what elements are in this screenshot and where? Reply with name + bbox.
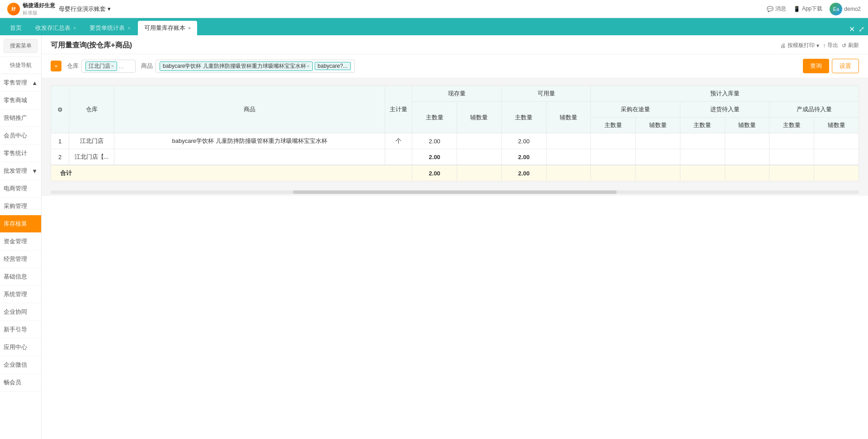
tab-available-stock-close[interactable]: × xyxy=(188,25,191,31)
sidebar-item-retail-mgmt[interactable]: 零售管理 ▲ xyxy=(0,74,41,92)
sidebar: 搜索菜单 快捷导航 零售管理 ▲ 零售商城 营销推广 会员中心 零售统计 批发管… xyxy=(0,35,42,439)
user-area[interactable]: Ea demo2 xyxy=(830,3,861,15)
search-menu-btn[interactable]: 搜索菜单 xyxy=(4,39,38,53)
sidebar-item-operations[interactable]: 经营管理 xyxy=(0,250,41,268)
logo-text-block: 畅捷通好生意 标准版 xyxy=(23,2,55,16)
product-filter: 商品 babycare学饮杯 儿童防摔防撞吸管杯重力球吸嘴杯宝宝水杯 × bab… xyxy=(141,60,355,73)
footer-avail-main: 2.00 xyxy=(501,165,546,181)
sidebar-item-enterprise[interactable]: 企业协同 xyxy=(0,303,41,321)
sidebar-item-wechat[interactable]: 企业微信 xyxy=(0,356,41,374)
header-left: 好 畅捷通好生意 标准版 母婴行业演示账套 ▾ xyxy=(7,2,111,16)
footer-stock-aux xyxy=(457,165,502,181)
top-header: 好 畅捷通好生意 标准版 母婴行业演示账套 ▾ 💬 消息 📱 App下载 Ea … xyxy=(0,0,868,18)
sidebar-item-retail-stats[interactable]: 零售统计 xyxy=(0,145,41,162)
sidebar-item-purchase-label: 采购管理 xyxy=(4,202,27,210)
sidebar-item-retail-mall-label: 零售商城 xyxy=(4,96,27,104)
print-icon: 🖨 xyxy=(780,42,786,49)
sidebar-item-newbie[interactable]: 新手引导 xyxy=(0,321,41,339)
refresh-btn[interactable]: ↺ 刷新 xyxy=(842,42,859,49)
product-filter-label: 商品 xyxy=(141,62,153,70)
query-btn[interactable]: 查询 xyxy=(803,59,829,73)
app-download-btn[interactable]: 📱 App下载 xyxy=(793,5,822,13)
footer-label: 合计 xyxy=(51,165,412,181)
sidebar-item-purchase[interactable]: 采购管理 xyxy=(0,198,41,215)
incoming-main-qty-header: 主数量 xyxy=(680,118,725,133)
sidebar-item-inventory-label: 库存核算 xyxy=(4,220,27,228)
warehouse-filter-label: 仓库 xyxy=(67,62,79,70)
window-expand-btn[interactable]: ⤢ xyxy=(859,25,864,33)
refresh-label: 刷新 xyxy=(848,42,859,49)
tab-receipt-summary[interactable]: 收发存汇总表 × xyxy=(29,21,82,35)
page-header: 可用量查询(按仓库+商品) 🖨 按模板打印 ▾ ↑ 导出 ↺ 刷新 xyxy=(42,35,868,54)
settings-btn[interactable]: 设置 xyxy=(832,59,859,73)
footer-stock-main: 2.00 xyxy=(412,165,457,181)
row-1-unit: 个 xyxy=(385,133,412,149)
sidebar-item-inventory[interactable]: 库存核算 xyxy=(0,215,41,233)
warehouse-tag-remove[interactable]: × xyxy=(111,64,114,69)
sidebar-item-member[interactable]: 会员中心 xyxy=(0,127,41,145)
app-download-label: App下载 xyxy=(802,5,822,13)
settings-column-header[interactable]: ⚙ xyxy=(51,86,69,133)
quick-nav-btn[interactable]: 快捷导航 xyxy=(0,57,41,74)
incoming-pending-header: 进货待入量 xyxy=(680,102,769,118)
table-row: 1 江北门店 babycare学饮杯 儿童防摔防撞吸管杯重力球吸嘴杯宝宝水杯 个… xyxy=(51,133,859,149)
sidebar-item-basic-info[interactable]: 基础信息 xyxy=(0,268,41,286)
sidebar-item-app-center[interactable]: 应用中心 xyxy=(0,339,41,356)
sidebar-item-app-center-label: 应用中心 xyxy=(4,343,27,351)
row-1-no: 1 xyxy=(51,133,69,149)
tab-available-stock[interactable]: 可用量库存账本 × xyxy=(138,21,197,35)
sidebar-item-enterprise-label: 企业协同 xyxy=(4,308,27,316)
product-column-header: 商品 xyxy=(114,86,385,133)
row-2-avail-main: 2.00 xyxy=(501,149,546,165)
print-btn[interactable]: 🖨 按模板打印 ▾ xyxy=(780,42,819,49)
sidebar-item-operations-label: 经营管理 xyxy=(4,255,27,263)
message-btn[interactable]: 💬 消息 xyxy=(767,5,786,13)
filter-expand-btn[interactable]: » xyxy=(51,61,61,71)
sidebar-item-system-label: 系统管理 xyxy=(4,290,27,298)
window-close-btn[interactable]: ✕ xyxy=(849,25,855,33)
sidebar-item-wholesale-mgmt[interactable]: 批发管理 ▼ xyxy=(0,162,41,180)
warehouse-filter-dots[interactable]: ... xyxy=(119,63,124,70)
row-2-no: 2 xyxy=(51,149,69,165)
sidebar-item-member-service[interactable]: 畅会员 xyxy=(0,374,41,392)
tab-home-label: 首页 xyxy=(10,24,22,32)
row-1-purchase-main xyxy=(591,133,636,149)
warehouse-column-header: 仓库 xyxy=(69,86,114,133)
export-btn[interactable]: ↑ 导出 xyxy=(823,42,838,49)
footer-incoming-main xyxy=(680,165,725,181)
warehouse-tag-container[interactable]: 江北门店 × ... xyxy=(81,60,136,73)
footer-avail-aux xyxy=(546,165,591,181)
sidebar-item-newbie-label: 新手引导 xyxy=(4,326,27,334)
scroll-track[interactable] xyxy=(51,190,859,194)
tab-order-stats-close[interactable]: × xyxy=(127,25,130,31)
industry-label: 母婴行业演示账套 xyxy=(59,5,106,13)
sidebar-item-ecommerce[interactable]: 电商管理 xyxy=(0,180,41,198)
tab-home[interactable]: 首页 xyxy=(4,21,28,35)
sidebar-item-system[interactable]: 系统管理 xyxy=(0,286,41,303)
industry-dropdown-icon: ▾ xyxy=(108,5,111,12)
industry-selector[interactable]: 母婴行业演示账套 ▾ xyxy=(59,5,111,13)
export-icon: ↑ xyxy=(823,42,826,49)
tab-receipt-summary-close[interactable]: × xyxy=(73,25,76,31)
avail-main-qty-header: 主数量 xyxy=(501,102,546,133)
row-1-stock-aux xyxy=(457,133,502,149)
stock-main-qty-header: 主数量 xyxy=(412,102,457,133)
row-1-incoming-aux xyxy=(725,133,769,149)
logo-main-text: 畅捷通好生意 xyxy=(23,2,55,9)
sidebar-item-finance[interactable]: 资金管理 xyxy=(0,233,41,250)
row-1-production-main xyxy=(769,133,814,149)
row-1-purchase-aux xyxy=(636,133,680,149)
row-2-product xyxy=(114,149,385,165)
sidebar-item-wechat-label: 企业微信 xyxy=(4,361,27,369)
row-2-stock-aux xyxy=(457,149,502,165)
scroll-thumb[interactable] xyxy=(293,190,616,194)
row-2-production-aux xyxy=(814,149,859,165)
sidebar-item-retail-mall[interactable]: 零售商城 xyxy=(0,92,41,109)
product-tag-container[interactable]: babycare学饮杯 儿童防摔防撞吸管杯重力球吸嘴杯宝宝水杯 × babyca… xyxy=(156,60,355,73)
footer-production-main xyxy=(769,165,814,181)
tab-order-stats[interactable]: 要货单统计表 × xyxy=(83,21,137,35)
purchase-aux-qty-header: 辅数量 xyxy=(636,118,680,133)
product-tag-1-remove[interactable]: × xyxy=(307,64,310,69)
warehouse-tag-text: 江北门店 xyxy=(89,62,110,70)
sidebar-item-marketing[interactable]: 营销推广 xyxy=(0,109,41,127)
